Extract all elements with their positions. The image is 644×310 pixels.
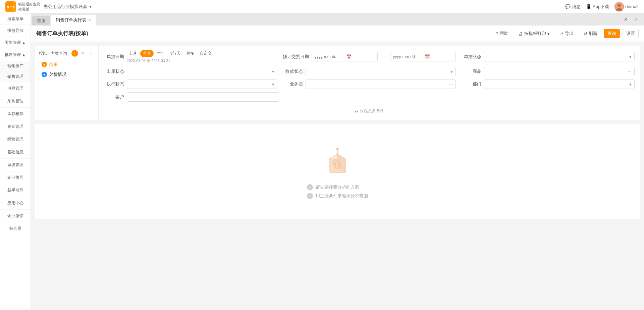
quick-nav-label: 快捷导航: [7, 28, 23, 34]
expected-delivery-end-input[interactable]: [393, 54, 423, 59]
expected-delivery-end[interactable]: 📅: [390, 52, 456, 61]
export-icon: ↗: [560, 31, 564, 36]
tab-close-all-button[interactable]: ✕: [622, 15, 630, 23]
wholesale-arrow: ▲: [22, 53, 26, 57]
tab-home[interactable]: 首页: [32, 16, 50, 25]
tab-sales-order-label: 销售订单执行表: [56, 17, 86, 23]
query-label: 查询: [607, 31, 616, 37]
date-tab-7days[interactable]: 近7天: [168, 50, 183, 57]
sidebar-item-enterprise[interactable]: 企业协同: [0, 171, 31, 184]
retail-arrow: ▲: [22, 41, 26, 45]
expected-delivery-start-input[interactable]: [315, 54, 345, 59]
filter-scheme-panel: 按以下方案查询 + ✎ «: [35, 46, 99, 120]
collapse-button[interactable]: ▴▴ 收起更多条件: [351, 107, 388, 114]
sidebar-search-menu[interactable]: 搜索菜单: [0, 13, 31, 25]
date-tab-custom[interactable]: 自定义: [198, 50, 214, 57]
sidebar-item-quick-nav[interactable]: 快捷导航: [0, 25, 31, 37]
sidebar-item-wechat[interactable]: 企业微信: [0, 210, 31, 222]
filter-delivery-status: 出库状态 ▾: [104, 67, 277, 76]
tab-sales-order[interactable]: 销售订单执行表 ×: [51, 15, 96, 25]
delivery-status-select[interactable]: ▾: [127, 67, 277, 76]
sidebar-item-retail[interactable]: 零售管理 ▲: [0, 37, 31, 49]
sidebar-item-sales[interactable]: 销售管理: [0, 71, 31, 82]
sidebar-item-ecommerce[interactable]: 电商管理: [0, 82, 31, 95]
filter-product: 商品 ···: [461, 67, 635, 76]
empty-step-1: 1 请先选择要分析的方案: [307, 184, 368, 190]
sidebar-item-wholesale[interactable]: 批发管理 ▲: [0, 49, 31, 61]
scheme-item-欠货情况[interactable]: ● 欠货情况: [39, 69, 94, 80]
salesperson-dots-icon: ···: [448, 82, 453, 87]
department-chevron-icon: ▾: [629, 82, 632, 87]
execution-status-select[interactable]: ▾: [127, 80, 277, 89]
help-button[interactable]: ? 帮助: [492, 29, 512, 38]
page-title: 销售订单执行表(按单): [36, 30, 88, 37]
query-button[interactable]: 查询: [604, 29, 620, 38]
product-label: 商品: [461, 68, 481, 74]
filter-bill-date: 单据日期 上月 本月 本年 近7天 更多 自定义: [104, 50, 277, 63]
sidebar-item-marketing[interactable]: 营销推广: [0, 61, 31, 71]
sidebar-item-inventory[interactable]: 库存核算: [0, 108, 31, 120]
export-button[interactable]: ↗ 导出: [556, 29, 577, 38]
product-select[interactable]: ···: [484, 67, 635, 76]
department-select[interactable]: ▾: [484, 80, 635, 89]
sidebar-item-member[interactable]: 畅会员: [0, 222, 31, 235]
date-tab-this-month[interactable]: 本月: [140, 50, 154, 57]
filter-fields: 单据日期 上月 本月 本年 近7天 更多 自定义: [99, 46, 640, 120]
filter-execution-status: 执行状态 ▾: [104, 80, 277, 89]
breadcrumb-chevron: ▾: [89, 4, 92, 9]
avatar: [614, 2, 624, 11]
scheme-item-按单[interactable]: ● 按单: [39, 59, 94, 69]
step-2-text: 用过滤条件来缩小分析范围: [316, 193, 368, 199]
date-tab-more[interactable]: 更多: [184, 50, 196, 57]
top-header: 好生意 畅捷通好生意 标准版 办公用品行业模拟账套 ▾ 💬 消息 📱 App下载: [0, 0, 644, 13]
date-hint: 2023-03-01 至 2023-03-31: [127, 58, 277, 63]
customer-select[interactable]: ···: [127, 92, 279, 102]
tab-close-button[interactable]: ×: [88, 18, 91, 22]
print-icon: 🖨: [519, 31, 523, 36]
filter-panel: 按以下方案查询 + ✎ «: [35, 46, 640, 120]
sidebar-item-purchase[interactable]: 采购管理: [0, 95, 31, 108]
settings-button[interactable]: 设置: [623, 29, 639, 38]
logo-icon: 好生意: [5, 1, 16, 12]
filter-expected-delivery: 预计交货日期 📅 — 📅: [283, 52, 456, 61]
expected-delivery-start[interactable]: 📅: [312, 52, 378, 61]
finance-label: 资金管理: [7, 124, 23, 130]
sidebar-item-finance[interactable]: 资金管理: [0, 120, 31, 133]
sidebar-item-system[interactable]: 系统管理: [0, 159, 31, 171]
date-tab-this-year[interactable]: 本年: [155, 50, 167, 57]
filter-salesperson: 业务员 ···: [283, 80, 456, 89]
tab-home-label: 首页: [37, 18, 46, 24]
header-right: 💬 消息 📱 App下载 demo2: [565, 2, 639, 11]
sidebar-item-base[interactable]: 基础信息: [0, 146, 31, 159]
user-action[interactable]: demo2: [614, 2, 639, 11]
sidebar-item-apps[interactable]: 应用中心: [0, 197, 31, 210]
empty-steps: 1 请先选择要分析的方案 2 用过滤条件来缩小分析范围: [307, 184, 368, 199]
tab-expand-button[interactable]: ⤢: [632, 15, 640, 23]
wholesale-label: 批发管理: [5, 52, 21, 58]
date-tab-last-month[interactable]: 上月: [127, 50, 139, 57]
message-action[interactable]: 💬 消息: [565, 4, 581, 10]
scheme-edit-button[interactable]: ✎: [79, 50, 86, 57]
empty-step-2: 2 用过滤条件来缩小分析范围: [307, 193, 368, 199]
payment-status-select[interactable]: ▾: [306, 67, 456, 76]
export-label: 导出: [565, 31, 574, 37]
purchase-label: 采购管理: [7, 98, 23, 104]
header-left: 好生意 畅捷通好生意 标准版 办公用品行业模拟账套 ▾: [5, 1, 92, 12]
sidebar-item-operations[interactable]: 经营管理: [0, 133, 31, 146]
bill-status-select[interactable]: ▾: [484, 52, 635, 61]
sidebar-quick-nav: 快捷导航: [0, 25, 31, 37]
scheme-collapse-button[interactable]: «: [88, 50, 94, 57]
breadcrumb[interactable]: 办公用品行业模拟账套 ▾: [44, 4, 92, 10]
step-1-number: 1: [307, 184, 313, 190]
scheme-add-button[interactable]: +: [71, 50, 78, 57]
refresh-button[interactable]: ↺ 刷新: [580, 29, 601, 38]
delivery-chevron-icon: ▾: [272, 69, 274, 74]
app-download-action[interactable]: 📱 App下载: [586, 4, 609, 10]
step-1-text: 请先选择要分析的方案: [316, 184, 359, 190]
print-chevron-icon: ▾: [547, 31, 550, 36]
system-label: 系统管理: [7, 162, 23, 168]
collapse-chevron-icon: ▴▴: [355, 109, 359, 113]
template-print-button[interactable]: 🖨 按模板打印 ▾: [515, 29, 553, 38]
salesperson-select[interactable]: ···: [306, 80, 456, 89]
sidebar-item-newbie[interactable]: 新手引导: [0, 184, 31, 197]
